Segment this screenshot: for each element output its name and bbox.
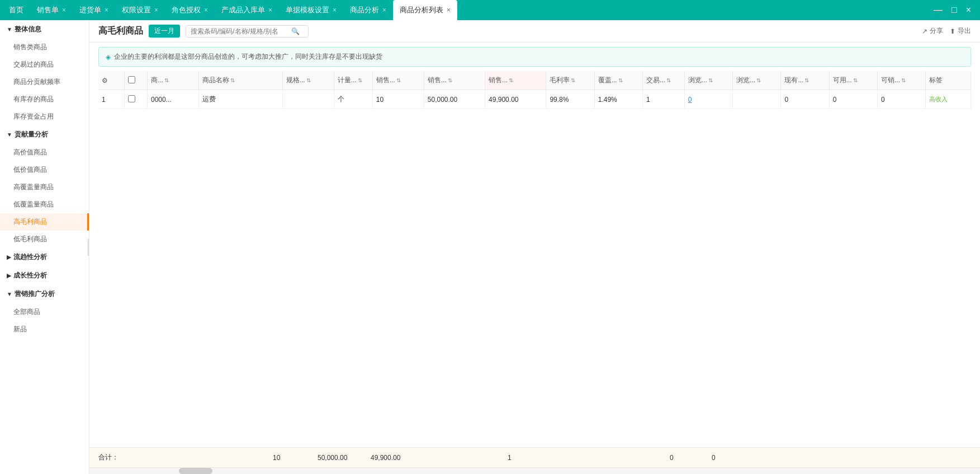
sort-avail-icon[interactable]: ⇅ — [853, 77, 858, 83]
sidebar-collapse-button[interactable]: 《 — [88, 239, 89, 256]
nav-sales-order[interactable]: 销售单 × — [30, 0, 73, 20]
th-avail[interactable]: 可用... ⇅ — [829, 71, 877, 90]
nav-product-analysis[interactable]: 商品分析 × — [343, 0, 393, 20]
td-browse1[interactable]: 0 — [684, 90, 732, 109]
close-tab-purchase[interactable]: × — [105, 6, 108, 14]
th-checkbox[interactable] — [124, 71, 147, 90]
browse1-link[interactable]: 0 — [688, 96, 692, 104]
sidebar-group-marketing[interactable]: ▼ 营销推广分析 — [0, 285, 89, 303]
td-sales-amt: 50,000.00 — [424, 90, 485, 109]
nav-home[interactable]: 首页 — [2, 0, 30, 20]
sidebar-item-low-value[interactable]: 低价值商品 — [0, 161, 89, 179]
minimize-icon[interactable]: — — [931, 3, 945, 17]
th-browse1[interactable]: 浏览... ⇅ — [684, 71, 732, 90]
close-tab-template[interactable]: × — [333, 6, 337, 14]
nav-permission-settings[interactable]: 权限设置 × — [115, 0, 165, 20]
th-gross-rate[interactable]: 毛利率 ⇅ — [546, 71, 594, 90]
td-num: 1 — [98, 90, 124, 109]
nav-product-analysis-list[interactable]: 商品分析列表 × — [393, 0, 457, 20]
sidebar-item-in-stock-goods[interactable]: 有库存的商品 — [0, 91, 89, 108]
th-name[interactable]: 商品名称 ⇅ — [199, 71, 283, 90]
th-code[interactable]: 商... ⇅ — [147, 71, 198, 90]
sidebar-item-low-margin[interactable]: 低毛利商品 — [0, 231, 89, 248]
sidebar-item-all-goods[interactable]: 全部商品 — [0, 303, 89, 321]
th-sales-amt[interactable]: 销售... ⇅ — [424, 71, 485, 90]
close-tab-analysis-list[interactable]: × — [447, 6, 451, 14]
footer-trade: 1 — [504, 454, 541, 462]
row-checkbox[interactable] — [128, 95, 135, 102]
sidebar-item-high-value[interactable]: 高价值商品 — [0, 144, 89, 161]
top-navigation: 首页 销售单 × 进货单 × 权限设置 × 角色授权 × 产成品入库单 × 单据… — [0, 0, 980, 20]
sort-browse1-icon[interactable]: ⇅ — [708, 77, 713, 83]
th-unit[interactable]: 计量... ⇅ — [334, 71, 372, 90]
export-button[interactable]: ⬆ 导出 — [950, 26, 971, 36]
td-sellable: 0 — [877, 90, 925, 109]
sort-unit-icon[interactable]: ⇅ — [358, 77, 362, 83]
sidebar-item-high-coverage[interactable]: 高覆盖量商品 — [0, 179, 89, 196]
sidebar-item-high-margin[interactable]: 高毛利商品 — [0, 213, 89, 231]
footer-cover — [462, 454, 504, 462]
td-avail: 0 — [829, 90, 877, 109]
close-tab-analysis[interactable]: × — [382, 6, 386, 14]
sort-cover-icon[interactable]: ⇅ — [618, 77, 623, 83]
sort-code-icon[interactable]: ⇅ — [164, 77, 169, 83]
th-spec[interactable]: 规格... ⇅ — [282, 71, 334, 90]
search-input[interactable] — [191, 27, 291, 35]
sort-name-icon[interactable]: ⇅ — [230, 77, 235, 83]
sidebar-group-growth[interactable]: ▶ 成长性分析 — [0, 266, 89, 285]
sort-sellable-icon[interactable]: ⇅ — [901, 77, 906, 83]
sidebar-group-overall[interactable]: ▼ 整体信息 — [0, 20, 89, 39]
sort-salesqty-icon[interactable]: ⇅ — [396, 77, 401, 83]
th-gear[interactable]: ⚙ — [98, 71, 124, 90]
share-button[interactable]: ↗ 分享 — [922, 26, 943, 36]
td-check[interactable] — [124, 90, 147, 109]
close-tab-finished[interactable]: × — [268, 6, 272, 14]
sidebar-item-low-coverage[interactable]: 低覆盖量商品 — [0, 196, 89, 213]
search-icon[interactable]: 🔍 — [291, 27, 300, 35]
th-cover[interactable]: 覆盖... ⇅ — [594, 71, 642, 90]
footer-total-row: 合计： 10 50,000.00 49,900.00 1 0 0 — [89, 447, 980, 467]
sort-browse2-icon[interactable]: ⇅ — [756, 77, 761, 83]
content-header: 高毛利商品 近一月 🔍 ↗ 分享 ⬆ 导出 — [89, 20, 980, 43]
nav-finished-goods[interactable]: 产成品入库单 × — [215, 0, 279, 20]
arrow-down-icon-2: ▼ — [7, 132, 12, 138]
nav-role-auth[interactable]: 角色授权 × — [165, 0, 215, 20]
close-tab-permission[interactable]: × — [154, 6, 158, 14]
sort-salesamt-icon[interactable]: ⇅ — [448, 77, 452, 83]
sort-trade-icon[interactable]: ⇅ — [666, 77, 671, 83]
close-tab-sales[interactable]: × — [62, 6, 66, 14]
th-trade[interactable]: 交易... ⇅ — [643, 71, 685, 90]
sort-grossrate-icon[interactable]: ⇅ — [571, 77, 575, 83]
sidebar-item-traded-goods[interactable]: 交易过的商品 — [0, 56, 89, 73]
th-sales-cost[interactable]: 销售... ⇅ — [485, 71, 546, 90]
maximize-icon[interactable]: □ — [949, 3, 959, 17]
th-sellable[interactable]: 可销... ⇅ — [877, 71, 925, 90]
time-filter-button[interactable]: 近一月 — [149, 25, 180, 37]
sidebar-item-sales-goods[interactable]: 销售类商品 — [0, 39, 89, 56]
sort-spec-icon[interactable]: ⇅ — [306, 77, 311, 83]
sidebar-group-contribution[interactable]: ▼ 贡献量分析 — [0, 125, 89, 144]
th-browse2[interactable]: 浏览... ⇅ — [733, 71, 781, 90]
nav-purchase-order[interactable]: 进货单 × — [73, 0, 115, 20]
th-sales-qty[interactable]: 销售... ⇅ — [372, 71, 424, 90]
sort-current-icon[interactable]: ⇅ — [804, 77, 809, 83]
close-window-icon[interactable]: × — [964, 3, 973, 17]
close-tab-role[interactable]: × — [204, 6, 208, 14]
horizontal-scrollbar[interactable] — [89, 467, 980, 474]
sort-salescost-icon[interactable]: ⇅ — [509, 77, 513, 83]
select-all-checkbox[interactable] — [128, 76, 135, 83]
sidebar-item-new-goods[interactable]: 新品 — [0, 321, 89, 338]
footer-sales-qty: 10 — [269, 454, 314, 462]
footer-sales-amt: 50,000.00 — [314, 454, 367, 462]
sidebar-group-trend[interactable]: ▶ 流趋性分析 — [0, 248, 89, 266]
td-current: 0 — [781, 90, 829, 109]
td-spec — [282, 90, 334, 109]
th-tag[interactable]: 标签 — [926, 71, 971, 90]
arrow-down-icon: ▼ — [7, 26, 12, 32]
nav-template-settings[interactable]: 单据模板设置 × — [279, 0, 343, 20]
sidebar-item-contribution-rate[interactable]: 商品分贡献频率 — [0, 73, 89, 91]
share-icon: ↗ — [922, 27, 927, 35]
sidebar-item-stock-capital[interactable]: 库存资金占用 — [0, 108, 89, 125]
data-table: ⚙ 商... ⇅ 商品名称 — [98, 71, 971, 109]
th-current[interactable]: 现有... ⇅ — [781, 71, 829, 90]
